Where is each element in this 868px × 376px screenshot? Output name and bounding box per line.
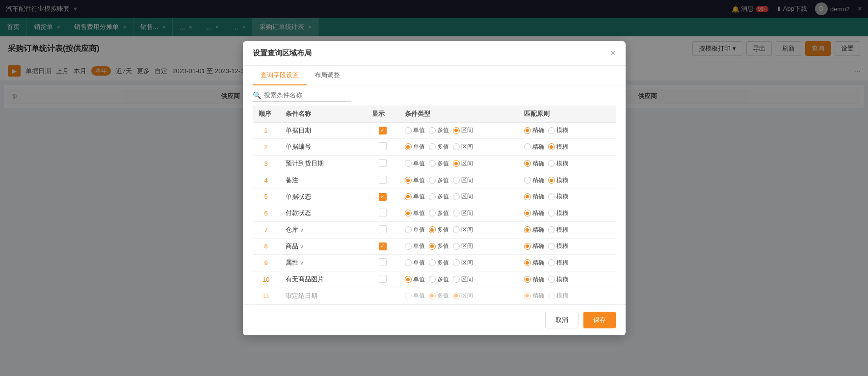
modal-close-btn[interactable]: ×	[610, 48, 616, 58]
modal-title: 设置查询区域布局	[253, 49, 312, 58]
settings-modal: 设置查询区域布局 × 查询字段设置 布局调整 🔍	[243, 41, 626, 112]
modal-header: 设置查询区域布局 ×	[243, 41, 626, 66]
th-rule: 匹配原则	[518, 106, 616, 112]
modal-tab-bar: 查询字段设置 布局调整	[243, 66, 626, 85]
th-name: 条件名称	[280, 106, 367, 112]
search-wrap: 🔍	[253, 91, 351, 102]
search-input[interactable]	[264, 91, 342, 99]
modal-tab-query-fields[interactable]: 查询字段设置	[253, 66, 307, 85]
modal-tab-layout-adjust[interactable]: 布局调整	[307, 66, 348, 85]
modal-search-area: 🔍	[243, 85, 626, 106]
search-icon: 🔍	[253, 91, 261, 99]
th-order: 顺序	[253, 106, 280, 112]
modal-overlay: 设置查询区域布局 × 查询字段设置 布局调整 🔍	[0, 0, 868, 112]
th-type: 条件类型	[399, 106, 518, 112]
th-display: 显示	[366, 106, 398, 112]
table-header: 顺序 条件名称 显示 条件类型 匹配原则	[253, 106, 616, 112]
modal-table: 顺序 条件名称 显示 条件类型 匹配原则	[243, 106, 626, 112]
